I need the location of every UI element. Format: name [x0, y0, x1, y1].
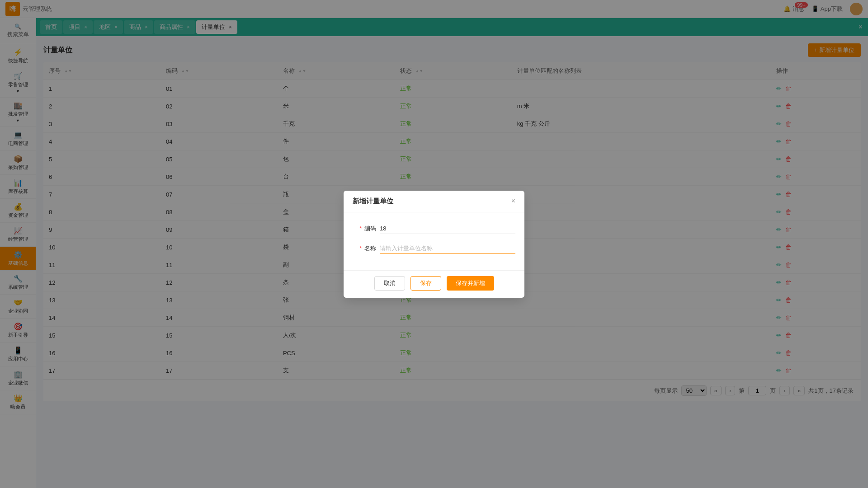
modal-header: 新增计量单位 × — [344, 191, 524, 212]
modal-footer: 取消 保存 保存并新增 — [344, 270, 524, 298]
code-required-star: * — [359, 225, 362, 232]
name-label: * 名称 — [353, 244, 380, 253]
modal-title: 新增计量单位 — [353, 197, 393, 206]
save-button[interactable]: 保存 — [410, 276, 441, 291]
modal-overlay: 新增计量单位 × * 编码 * 名称 取消 保存 保存并新增 — [0, 0, 868, 488]
save-new-button[interactable]: 保存并新增 — [447, 276, 494, 291]
name-required-star: * — [359, 245, 362, 252]
name-form-row: * 名称 — [353, 243, 515, 254]
code-input[interactable] — [380, 223, 515, 234]
name-label-text: 名称 — [364, 245, 376, 252]
cancel-button[interactable]: 取消 — [374, 276, 405, 291]
modal-close-button[interactable]: × — [511, 197, 515, 205]
code-label-text: 编码 — [364, 225, 376, 232]
modal-body: * 编码 * 名称 — [344, 212, 524, 270]
name-input[interactable] — [380, 243, 515, 254]
code-form-row: * 编码 — [353, 223, 515, 234]
code-label: * 编码 — [353, 225, 380, 233]
add-unit-modal: 新增计量单位 × * 编码 * 名称 取消 保存 保存并新增 — [344, 191, 524, 298]
